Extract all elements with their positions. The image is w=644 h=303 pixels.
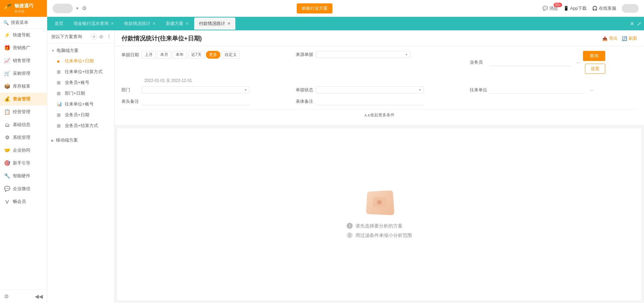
source-bill-select[interactable]: ▾: [316, 51, 410, 58]
sidebar-item-basic[interactable]: 🗂 基础信息: [0, 118, 47, 131]
tabs-expand-icon[interactable]: ⤢: [637, 21, 641, 27]
filter-salesperson: 业务员 ··· 查询 设置: [470, 51, 637, 74]
sidebar-item-quick-nav[interactable]: ⚡ 快捷导航: [0, 29, 47, 41]
sidebar-item-guide[interactable]: 🎯 新手引导: [0, 157, 47, 170]
footer-collapse-icon[interactable]: ◀◀: [35, 293, 43, 300]
filter-source-bill: 来源单据 ▾: [296, 51, 463, 58]
settings-button[interactable]: 设置: [585, 64, 605, 74]
schema-icon-1: ▦: [57, 69, 62, 74]
body-note-input[interactable]: [316, 98, 424, 105]
topbar-right: 💬 消息 99+ 📱 App下载 🎧 在线客服: [543, 4, 639, 13]
empty-hint-1: 1 请先选择要分析的方案: [347, 221, 412, 231]
sidebar-item-wechat[interactable]: 💬 企业微信: [0, 182, 47, 195]
user-topbar-avatar: [622, 4, 639, 13]
partner-dots-icon[interactable]: ···: [590, 87, 594, 93]
schema-group-mobile-title[interactable]: ▶ 移动端方案: [47, 135, 114, 145]
tab-payments[interactable]: 付款情况统计 ✕: [194, 18, 235, 30]
sidebar-item-sales[interactable]: 📈 销售管理: [0, 54, 47, 67]
schema-item-staff-settle[interactable]: ▦ 业务员+结算方式: [47, 120, 114, 131]
query-button[interactable]: 查询: [583, 51, 605, 61]
trial-button[interactable]: 体验行业方案: [297, 3, 332, 13]
panel-add-icon[interactable]: +: [91, 34, 97, 40]
date-btn-last-7days[interactable]: 近7天: [188, 51, 205, 59]
partner-input[interactable]: [490, 86, 584, 94]
salesperson-dots-icon[interactable]: ···: [576, 60, 580, 65]
schema-item-staff-date[interactable]: ▦ 业务员+日期: [47, 110, 114, 120]
topbar-settings-icon[interactable]: ⚙: [82, 5, 87, 11]
salesperson-input[interactable]: [490, 59, 571, 66]
schema-item-staff-account[interactable]: ▦ 业务员+账号: [47, 77, 114, 88]
export-button[interactable]: 📤 导出: [602, 35, 618, 41]
refresh-button[interactable]: 🔄 刷新: [622, 35, 637, 41]
sidebar-item-purchase[interactable]: 🛒 采购管理: [0, 67, 47, 80]
app-download-button[interactable]: 📱 App下载: [563, 5, 587, 11]
tab-receipts-close[interactable]: ✕: [152, 21, 156, 26]
purchase-icon: 🛒: [4, 70, 10, 77]
sidebar-item-system[interactable]: ⚙ 系统管理: [0, 131, 47, 144]
panel-title: 按以下方案查询: [51, 34, 82, 40]
source-bill-arrow-icon: ▾: [406, 53, 407, 56]
sidebar-logo: 🍊 畅捷通巧 标准版: [0, 0, 47, 17]
schema-item-unit-settle[interactable]: ▦ 往来单位+结算方式: [47, 66, 114, 77]
operation-icon: 📋: [4, 109, 10, 115]
wechat-icon: 💬: [4, 186, 10, 192]
dept-select[interactable]: ▾: [142, 86, 250, 93]
sidebar-item-coop[interactable]: 🤝 企业协同: [0, 144, 47, 157]
schema-group-desktop-title[interactable]: ▼ 电脑端方案: [47, 46, 114, 56]
sidebar-item-inventory[interactable]: 📦 库存核算: [0, 80, 47, 93]
date-btn-custom[interactable]: 自定义: [222, 51, 240, 59]
sidebar-item-hardware[interactable]: 🔧 智能硬件: [0, 170, 47, 182]
date-range-display: 2022-01-01 至 2022-12-31: [121, 78, 637, 86]
tab-new-scheme-close[interactable]: ✕: [185, 21, 189, 26]
filter-bill-status: 单据状态 ▾: [296, 86, 463, 93]
date-btn-last-month[interactable]: 上月: [142, 51, 156, 59]
dept-arrow-icon: ▾: [245, 88, 246, 92]
schema-item-unit-account[interactable]: 📊 往来单位+账号: [47, 99, 114, 110]
collapse-conditions-button[interactable]: ∧∧ 收起更多条件: [121, 109, 637, 121]
schema-item-unit-date[interactable]: ● 往来单位+日期: [47, 56, 114, 66]
topbar-dropdown-icon[interactable]: ▾: [76, 6, 79, 11]
bill-status-select[interactable]: ▾: [316, 86, 424, 93]
tab-new-scheme[interactable]: 新建方案 ✕: [161, 18, 194, 30]
sales-icon: 📈: [4, 58, 10, 64]
tab-payments-close[interactable]: ✕: [227, 21, 231, 26]
messages-button[interactable]: 💬 消息 99+: [543, 5, 558, 11]
schema-group-desktop: ▼ 电脑端方案 ● 往来单位+日期 ▦ 往来单位+结算方式 ▦ 业务员+账号 ▦: [47, 43, 114, 133]
tab-bank-close[interactable]: ✕: [111, 21, 114, 26]
tab-home[interactable]: 首页: [50, 18, 68, 30]
filter-header-note: 表头备注: [121, 98, 289, 105]
body-note-label: 表体备注: [296, 98, 313, 104]
filter-row-2: 部门 ▾ 单据状态 ▾ 往来单位: [121, 86, 637, 94]
finance-icon: 💰: [4, 96, 10, 102]
tabs-close-all-icon[interactable]: ✕: [630, 21, 634, 27]
schema-group-arrow: ▼: [51, 49, 55, 53]
sidebar-item-member[interactable]: V 畅会员: [0, 195, 47, 208]
schema-item-dept-date[interactable]: ▦ 部门+日期: [47, 88, 114, 99]
tab-bank[interactable]: 现金银行流水查询 ✕: [69, 18, 119, 30]
empty-hints: 1 请先选择要分析的方案 2 用过滤条件来缩小分析范围: [347, 221, 412, 240]
search-icon: 🔍: [3, 20, 9, 25]
schema-icon-5: ▦: [57, 112, 62, 118]
guide-icon: 🎯: [4, 160, 10, 166]
panel-collapse-icon[interactable]: 《: [106, 34, 110, 40]
sidebar-item-operation[interactable]: 📋 经营管理: [0, 105, 47, 118]
date-btn-this-year[interactable]: 本年: [173, 51, 187, 59]
date-btn-more[interactable]: 更多: [206, 51, 220, 59]
search-menu[interactable]: 🔍 搜索菜单: [0, 17, 47, 29]
tab-receipts[interactable]: 收款情况统计 ✕: [119, 18, 160, 30]
left-panel: 按以下方案查询 + ⚙ 《 ▼ 电脑端方案 ● 往来单位+日期: [47, 30, 115, 303]
date-btn-this-month[interactable]: 本月: [157, 51, 171, 59]
coop-icon: 🤝: [4, 147, 10, 153]
sidebar-item-marketing[interactable]: 🎁 营销推广: [0, 41, 47, 54]
page-header: 付款情况统计(往来单位+日期) 📤 导出 🔄 刷新: [115, 30, 644, 46]
bill-status-label: 单据状态: [296, 87, 313, 93]
query-actions: 查询 设置: [583, 51, 605, 74]
left-panel-header: 按以下方案查询 + ⚙ 《: [47, 30, 114, 43]
filter-row-1: 单据日期 上月 本月 本年 近7天 更多 自定义 来源单据: [121, 51, 637, 74]
header-note-input[interactable]: [142, 98, 250, 105]
footer-settings-icon[interactable]: ⚙: [4, 293, 9, 300]
panel-settings-icon[interactable]: ⚙: [99, 34, 104, 39]
sidebar-item-finance[interactable]: 💰 资金管理: [0, 93, 47, 105]
online-service-button[interactable]: 🎧 在线客服: [592, 5, 616, 11]
right-content: 付款情况统计(往来单位+日期) 📤 导出 🔄 刷新: [115, 30, 644, 303]
